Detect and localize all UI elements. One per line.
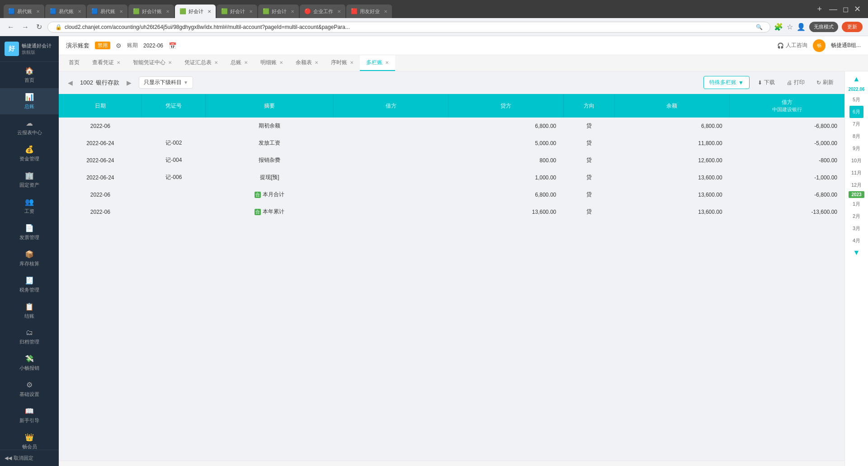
page-tab-总账[interactable]: 总账✕ [224,55,254,71]
browser-tab[interactable]: 🟦易代账✕ [87,5,127,18]
tab-close-icon[interactable]: ✕ [291,9,294,14]
page-tab-close[interactable]: ✕ [244,60,248,65]
browser-tab[interactable]: 🔴企业工作✕ [300,5,345,18]
user-name[interactable]: 畅捷通B组... [831,42,861,49]
page-tab-close[interactable]: ✕ [315,60,318,65]
calendar-scroll-down[interactable]: ▼ [851,247,862,259]
calendar-month-11月[interactable]: 11月 [849,167,863,179]
page-tab-close[interactable]: ✕ [385,60,389,65]
address-bar[interactable]: 🔒 cloud2.chanjet.com/accounting/uh26t264… [47,22,770,33]
forward-button[interactable]: → [20,22,31,32]
browser-tab[interactable]: 🟩好会计账✕ [128,5,174,18]
browser-tab[interactable]: 🟩好会计✕ [258,5,299,18]
page-tab-close[interactable]: ✕ [350,60,354,65]
sidebar-item-工资[interactable]: 👥工资 [0,193,59,219]
close-icon[interactable]: ✕ [854,4,861,14]
cell-voucher[interactable]: 记-002 [142,135,206,152]
page-tab-多栏账[interactable]: 多栏账✕ [360,55,395,71]
sidebar-unpin-button[interactable]: ◀◀ 取消固定 [0,450,59,466]
sidebar-item-固定资产[interactable]: 🏢固定资产 [0,167,59,193]
ledger-header-right: 特殊多栏账 ▼ ⬇ 下载 🖨 打印 ↻ 刷新 [703,76,837,89]
browser-tab[interactable]: 🟦易代账✕ [45,5,86,18]
page-tab-close[interactable]: ✕ [117,60,120,65]
browser-tab[interactable]: 🟩好会计✕ [217,5,257,18]
settings-icon[interactable]: ⚙ [116,42,122,49]
reload-button[interactable]: ↻ [34,22,44,32]
calendar-month-2023-2月[interactable]: 2月 [851,210,862,222]
wuhen-button[interactable]: 无痕模式 [809,22,838,32]
calendar-month-2023-3月[interactable]: 3月 [851,222,862,235]
tab-close-icon[interactable]: ✕ [78,9,81,14]
sidebar-item-资金管理[interactable]: 💰资金管理 [0,141,59,167]
tab-close-icon[interactable]: ✕ [249,9,253,14]
page-tab-close[interactable]: ✕ [168,60,172,65]
extensions-icon[interactable]: 🧩 [774,23,783,31]
calendar-icon[interactable]: 📅 [169,42,176,49]
sidebar-item-首页[interactable]: 🏠首页 [0,62,59,88]
calendar-month-6月[interactable]: 6月 [849,106,863,118]
restore-icon[interactable]: ◻ [843,5,849,14]
tab-close-icon[interactable]: ✕ [119,9,123,14]
tab-close-icon[interactable]: ✕ [166,9,170,14]
special-multicolumn-button[interactable]: 特殊多栏账 ▼ [703,76,750,89]
page-tab-序时账[interactable]: 序时账✕ [325,55,360,71]
horizontal-scrollbar[interactable] [59,461,844,466]
profile-icon[interactable]: 👤 [797,23,806,31]
new-tab-button[interactable]: + [813,5,826,14]
page-tab-close[interactable]: ✕ [214,60,218,65]
page-tab-凭证汇总表[interactable]: 凭证汇总表✕ [178,55,224,71]
th-direction: 方向 [563,94,614,118]
download-button[interactable]: ⬇ 下载 [754,76,778,89]
calendar-month-5月[interactable]: 5月 [849,94,863,106]
sidebar-item-基础设置[interactable]: ⚙基础设置 [0,376,59,402]
browser-tab[interactable]: 🟥用友好业✕ [346,5,392,18]
page-tab-查看凭证[interactable]: 查看凭证✕ [86,55,127,71]
calendar-month-2023-1月[interactable]: 1月 [851,198,862,210]
filter-button[interactable]: 只显示下级科目 ▼ [139,76,193,89]
calendar-month-12月[interactable]: 12月 [849,179,863,191]
sidebar-item-归档管理[interactable]: 🗂归档管理 [0,324,59,350]
sidebar-item-结账[interactable]: 📋结账 [0,298,59,324]
ledger-table-container[interactable]: 日期 凭证号 摘要 借方 贷方 方向 余额 借方 中国建设银行 [59,94,844,461]
sidebar-item-发票管理[interactable]: 📄发票管理 [0,219,59,245]
cell-voucher[interactable]: 记-006 [142,169,206,186]
voucher-link[interactable]: 记-006 [165,174,182,180]
tab-close-icon[interactable]: ✕ [36,9,40,14]
back-button[interactable]: ← [5,22,16,32]
page-tab-明细账[interactable]: 明细账✕ [254,55,289,71]
tab-close-icon[interactable]: ✕ [337,9,341,14]
avatar[interactable]: 畅 [813,39,826,52]
calendar-month-9月[interactable]: 9月 [849,142,863,155]
sidebar-item-税务管理[interactable]: 🧾税务管理 [0,272,59,298]
browser-tab[interactable]: 🟦易代账✕ [4,5,44,18]
page-tab-余额表[interactable]: 余额表✕ [289,55,325,71]
page-tab-首页[interactable]: 首页 [62,55,86,71]
calendar-month-8月[interactable]: 8月 [849,130,863,142]
refresh-button[interactable]: ↻ 刷新 [813,76,837,89]
calendar-month-2023-4月[interactable]: 4月 [851,235,862,247]
sidebar-item-总账[interactable]: 📊总账 [0,88,59,114]
service-button[interactable]: 🎧 人工咨询 [777,42,807,49]
tab-close-icon[interactable]: ✕ [384,9,387,14]
page-tab-智能凭证中心[interactable]: 智能凭证中心✕ [127,55,178,71]
sidebar-item-库存核算[interactable]: 📦库存核算 [0,245,59,272]
minimize-icon[interactable]: — [829,5,837,14]
voucher-link[interactable]: 记-002 [165,140,182,146]
calendar-scroll-up[interactable]: ▲ [851,73,862,85]
update-button[interactable]: 更新 [842,22,863,32]
tab-close-icon[interactable]: ✕ [208,9,211,14]
calendar-month-10月[interactable]: 10月 [849,155,863,167]
sidebar-item-新手引导[interactable]: 📖新手引导 [0,402,59,428]
sidebar-item-畅会员[interactable]: 👑畅会员 [0,428,59,450]
bookmark-icon[interactable]: ☆ [787,23,793,31]
print-button[interactable]: 🖨 打印 [783,76,808,89]
sidebar-item-云报表中心[interactable]: ☁云报表中心 [0,114,59,141]
prev-account-button[interactable]: ◀ [66,78,75,87]
page-tab-close[interactable]: ✕ [279,60,283,65]
calendar-month-7月[interactable]: 7月 [849,118,863,130]
next-account-button[interactable]: ▶ [125,78,133,87]
voucher-link[interactable]: 记-004 [165,157,182,163]
sidebar-item-小畅报销[interactable]: 💸小畅报销 [0,350,59,376]
cell-voucher[interactable]: 记-004 [142,152,206,169]
browser-tab[interactable]: 🟩好会计✕ [175,5,216,18]
